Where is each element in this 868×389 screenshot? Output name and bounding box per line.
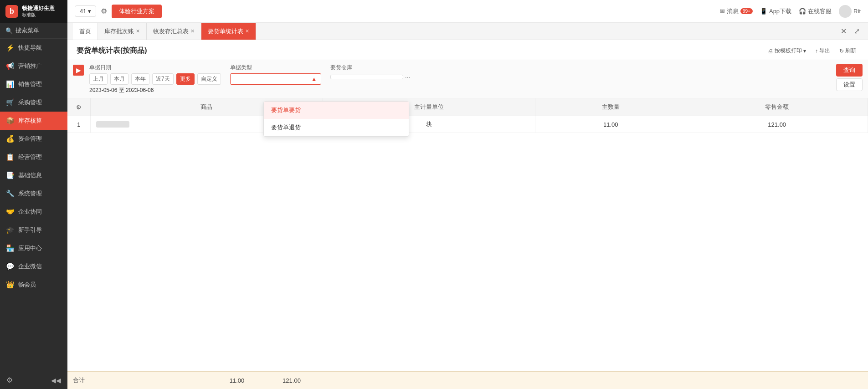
settings-button[interactable]: 设置 [836,78,863,91]
type-filter-input[interactable] [234,76,311,82]
tab-order-summary[interactable]: 要货单统计表 ✕ [201,23,256,40]
warehouse-filter-input[interactable] [330,75,403,79]
search-menu-label: 搜索菜单 [15,26,39,35]
topbar-right: ✉ 消息 99+ 📱 App下载 🎧 在线客服 Rit [720,5,861,18]
sidebar-item-label: 销售管理 [18,80,42,88]
finance-icon: 💰 [5,135,15,143]
print-button[interactable]: 🖨 按模板打印 ▾ [765,46,809,56]
sidebar-item-label: 新手引导 [18,226,42,234]
goods-name-blurred: ████████ [96,121,130,128]
print-label: 按模板打印 [775,47,802,55]
app-logo: b 畅捷通好生意 标准版 [0,0,67,23]
page-content: 要货单统计表(按商品) 🖨 按模板打印 ▾ ↑ 导出 ↻ 刷新 ▶ [67,40,868,389]
topbar-gear-icon[interactable]: ⚙ [101,7,107,15]
page-actions: 🖨 按模板打印 ▾ ↑ 导出 ↻ 刷新 [765,46,859,56]
sidebar-item-member[interactable]: 👑 畅会员 [0,276,67,294]
filter-toggle-button[interactable]: ▶ [73,65,84,76]
sidebar-item-wechat[interactable]: 💬 企业微信 [0,257,67,276]
type-filter-input-wrap[interactable]: ▲ [230,73,321,85]
settings-icon[interactable]: ⚙ [6,376,13,384]
sidebar-item-inventory[interactable]: 📦 库存核算 [0,112,67,130]
tab-close-all-button[interactable]: ✕ [838,26,849,36]
search-menu[interactable]: 🔍 搜索菜单 [0,23,67,39]
tab-order-summary-close[interactable]: ✕ [245,28,249,34]
sidebar-item-guide[interactable]: 🎓 新手引导 [0,221,67,239]
dropdown-item-order-goods[interactable]: 要货单要货 [264,102,409,119]
sidebar-item-system[interactable]: 🔧 系统管理 [0,184,67,203]
tab-inventory-batch[interactable]: 库存批次账 ✕ [98,23,147,40]
filter-bar: ▶ 单据日期 上月 本月 本年 近7天 更多 自定义 2023-05-06 至 … [67,60,868,98]
date-btn-more[interactable]: 更多 [176,73,195,85]
sidebar-item-marketing[interactable]: 📢 营销推广 [0,57,67,75]
guide-icon: 🎓 [5,226,15,234]
export-button[interactable]: ↑ 导出 [812,46,833,56]
sidebar-item-label: 基础信息 [18,171,42,179]
sidebar-item-appstore[interactable]: 🏪 应用中心 [0,239,67,257]
app-name-sub: 标准版 [22,12,55,18]
sidebar-nav: ⚡ 快捷导航 📢 营销推广 📊 销售管理 🛒 采购管理 📦 库存核算 💰 资金管… [0,39,67,371]
basic-icon: 📑 [5,171,15,179]
sidebar-item-quick-nav[interactable]: ⚡ 快捷导航 [0,39,67,57]
tabbar: 首页 库存批次账 ✕ 收发存汇总表 ✕ 要货单统计表 ✕ ✕ ⤢ [67,23,868,40]
sidebar-item-label: 应用中心 [18,244,42,252]
tab-home[interactable]: 首页 [73,23,98,40]
sidebar-item-label: 畅会员 [18,281,36,289]
cell-amount: 121.00 [686,116,868,133]
tab-home-label: 首页 [79,27,91,36]
phone-icon: 📱 [760,8,767,15]
app-download-button[interactable]: 📱 App下载 [760,7,791,15]
sales-icon: 📊 [5,80,15,88]
date-btn-7days[interactable]: 近7天 [152,73,174,85]
logo-icon: b [5,5,18,18]
member-icon: 👑 [5,281,15,289]
tab-expand-button[interactable]: ⤢ [851,26,863,36]
col-header-gear[interactable]: ⚙ [67,98,90,116]
sidebar-item-sales[interactable]: 📊 销售管理 [0,75,67,93]
online-service-button[interactable]: 🎧 在线客服 [799,7,832,15]
warehouse-more-icon[interactable]: ··· [405,73,411,81]
enterprise-icon: 🤝 [5,208,15,216]
sidebar: b 畅捷通好生意 标准版 🔍 搜索菜单 ⚡ 快捷导航 📢 营销推广 📊 销售管理… [0,0,67,389]
collapse-icon[interactable]: ◀◀ [51,377,61,384]
sidebar-item-basic[interactable]: 📑 基础信息 [0,166,67,184]
cell-seq: 1 [67,116,90,133]
messages-button[interactable]: ✉ 消息 99+ [720,7,753,15]
sidebar-item-enterprise[interactable]: 🤝 企业协同 [0,203,67,221]
date-btn-last-month[interactable]: 上月 [89,73,108,85]
operations-icon: 📋 [5,153,15,161]
company-selector[interactable]: 41 ▾ [75,5,96,17]
print-icon: 🖨 [768,48,773,54]
page-header: 要货单统计表(按商品) 🖨 按模板打印 ▾ ↑ 导出 ↻ 刷新 [67,40,868,60]
sidebar-item-finance[interactable]: 💰 资金管理 [0,130,67,148]
export-label: 导出 [819,47,830,55]
quick-nav-icon: ⚡ [5,44,15,52]
sidebar-item-operations[interactable]: 📋 经营管理 [0,148,67,166]
appstore-icon: 🏪 [5,244,15,252]
query-button[interactable]: 查询 [836,64,863,77]
messages-badge: 99+ [740,8,753,14]
tab-receivable-summary[interactable]: 收发存汇总表 ✕ [147,23,201,40]
page-title: 要货单统计表(按商品) [77,46,147,56]
sidebar-item-purchase[interactable]: 🛒 采购管理 [0,93,67,112]
sidebar-item-label: 系统管理 [18,189,42,198]
main-area: 41 ▾ ⚙ 体验行业方案 ✉ 消息 99+ 📱 App下载 🎧 在线客服 R [67,0,868,389]
date-btn-this-month[interactable]: 本月 [110,73,128,85]
purchase-icon: 🛒 [5,98,15,107]
col-header-quantity: 主数量 [535,98,686,116]
message-icon: ✉ [720,8,725,15]
sidebar-item-label: 快捷导航 [18,44,42,52]
company-selector-value: 41 [80,8,86,15]
refresh-button[interactable]: ↻ 刷新 [837,46,859,56]
filter-type-group: 单据类型 ▲ [230,64,321,85]
filter-action-buttons: 查询 设置 [836,64,863,91]
marketing-icon: 📢 [5,62,15,70]
date-btn-custom[interactable]: 自定义 [197,73,221,85]
date-btn-this-year[interactable]: 本年 [131,73,149,85]
tab-inventory-batch-close[interactable]: ✕ [136,28,140,34]
tab-receivable-summary-close[interactable]: ✕ [190,28,195,34]
trial-button[interactable]: 体验行业方案 [112,5,162,18]
tab-receivable-summary-label: 收发存汇总表 [153,27,189,36]
date-filter-label: 单据日期 [89,64,221,72]
user-menu[interactable]: Rit [839,5,861,18]
dropdown-item-order-return[interactable]: 要货单退货 [264,119,409,136]
